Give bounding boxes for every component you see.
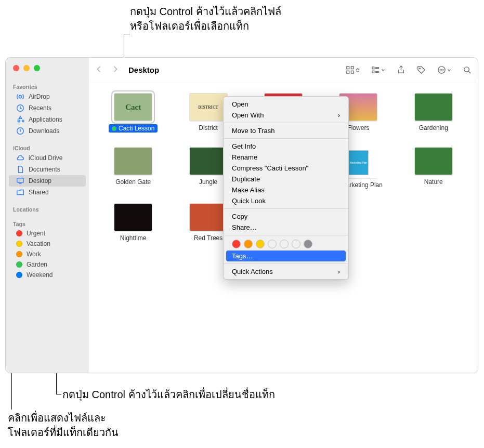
- sidebar-item-applications[interactable]: Applications: [9, 114, 86, 125]
- file-label: Jungle: [199, 178, 217, 186]
- icloud-header: iCloud: [6, 142, 89, 152]
- ctx-trash[interactable]: Move to Trash: [224, 125, 348, 136]
- chevron-right-icon: ›: [338, 268, 340, 275]
- ctx-make-alias[interactable]: Make Alias: [224, 185, 348, 195]
- locations-header: Locations: [6, 203, 89, 214]
- sidebar-item-desktop[interactable]: Desktop: [9, 175, 86, 187]
- ctx-quick-actions[interactable]: Quick Actions›: [224, 266, 348, 277]
- context-menu: Open Open With› Move to Trash Get Info R…: [223, 96, 349, 280]
- file-label: Cacti Lesson: [109, 124, 158, 133]
- file-label: Flowers: [347, 124, 369, 131]
- svg-rect-9: [372, 67, 374, 69]
- tags-header: Tags: [6, 218, 89, 228]
- apps-icon: [16, 115, 24, 124]
- svg-point-17: [440, 70, 440, 70]
- ctx-duplicate[interactable]: Duplicate: [224, 174, 348, 185]
- svg-point-15: [420, 68, 421, 69]
- svg-point-20: [464, 67, 469, 72]
- svg-rect-6: [351, 67, 354, 69]
- file-label: Gardening: [419, 124, 448, 131]
- ctx-share[interactable]: Share…: [224, 222, 348, 233]
- ctx-tags[interactable]: Tags…: [226, 251, 346, 261]
- file-nighttime[interactable]: Nighttime: [98, 203, 168, 242]
- ctx-open[interactable]: Open: [224, 99, 348, 110]
- file-thumbnail: [189, 203, 228, 231]
- close-button[interactable]: [13, 65, 19, 71]
- sidebar-tag-vacation[interactable]: Vacation: [9, 239, 86, 249]
- forward-button[interactable]: [112, 65, 119, 75]
- chevron-right-icon: ›: [338, 111, 340, 119]
- svg-rect-5: [347, 67, 349, 69]
- back-button[interactable]: [95, 65, 102, 75]
- file-label: District: [199, 124, 218, 131]
- ctx-copy[interactable]: Copy: [224, 211, 348, 222]
- tag-color-circle[interactable]: [268, 240, 277, 248]
- callout-top: กดปุ่ม Control ค้างไว้แล้วคลิกไฟล์ หรือโ…: [130, 4, 281, 33]
- tag-color-circle[interactable]: [256, 240, 265, 248]
- sidebar-tag-garden[interactable]: Garden: [9, 259, 86, 270]
- ctx-compress[interactable]: Compress "Cacti Lesson": [224, 163, 348, 174]
- sidebar-item-icloud-drive[interactable]: iCloud Drive: [9, 152, 86, 164]
- callout-bot: คลิกเพื่อแสดงไฟล์และ โฟลเดอร์ที่มีแท็กเด…: [8, 411, 119, 440]
- tag-color-circle[interactable]: [232, 240, 241, 248]
- favorites-header: Favorites: [6, 81, 89, 91]
- minimize-button[interactable]: [23, 65, 30, 71]
- file-thumbnail: [414, 147, 453, 175]
- shared-icon: [16, 188, 24, 196]
- tag-color-circle[interactable]: [244, 240, 253, 248]
- file-cacti-lesson[interactable]: CactCacti Lesson: [98, 93, 168, 133]
- svg-point-18: [441, 70, 442, 70]
- tag-color-circle[interactable]: [292, 240, 300, 248]
- sidebar: Favorites AirDropRecentsApplicationsDown…: [6, 58, 89, 373]
- file-gardening[interactable]: Gardening: [399, 93, 468, 133]
- sidebar-tag-weekend[interactable]: Weekend: [9, 270, 86, 280]
- svg-point-19: [443, 70, 443, 70]
- tag-dot-icon: [112, 126, 116, 131]
- tag-color-circle[interactable]: [304, 240, 312, 248]
- tags-button[interactable]: [417, 65, 426, 74]
- window-controls: [6, 65, 89, 71]
- file-thumbnail: [114, 203, 152, 231]
- tag-dot-icon: [16, 272, 22, 278]
- ctx-open-with[interactable]: Open With›: [224, 110, 348, 121]
- sidebar-item-airdrop[interactable]: AirDrop: [9, 91, 86, 102]
- svg-point-0: [19, 95, 21, 98]
- zoom-button[interactable]: [34, 65, 40, 71]
- tag-dot-icon: [16, 251, 22, 257]
- more-button[interactable]: [437, 65, 451, 74]
- file-label: Golden Gate: [115, 178, 151, 186]
- ctx-rename[interactable]: Rename: [224, 152, 348, 163]
- file-label: Nighttime: [120, 234, 147, 242]
- svg-rect-7: [347, 71, 349, 73]
- content-pane: Desktop CactCacti LessonDISTRICTDistrict…: [89, 58, 478, 373]
- tag-color-circle[interactable]: [280, 240, 289, 248]
- tag-dot-icon: [16, 230, 22, 236]
- file-thumbnail: [414, 93, 453, 121]
- sidebar-item-documents[interactable]: Documents: [9, 164, 86, 175]
- file-thumbnail: [114, 147, 152, 175]
- finder-window: Favorites AirDropRecentsApplicationsDown…: [5, 57, 478, 373]
- file-thumbnail: Cact: [114, 93, 152, 121]
- sidebar-tag-work[interactable]: Work: [9, 249, 86, 259]
- file-thumbnail: [189, 147, 228, 175]
- sidebar-tag-urgent[interactable]: Urgent: [9, 228, 86, 239]
- clock-icon: [16, 104, 24, 112]
- sidebar-item-downloads[interactable]: Downloads: [9, 125, 86, 137]
- svg-rect-12: [372, 71, 374, 73]
- cloud-icon: [16, 154, 24, 162]
- download-icon: [16, 127, 24, 135]
- ctx-get-info[interactable]: Get Info: [224, 141, 348, 152]
- group-button[interactable]: [371, 65, 385, 74]
- file-thumbnail: DISTRICT: [189, 93, 228, 121]
- sidebar-item-shared[interactable]: Shared: [9, 187, 86, 198]
- tag-dot-icon: [16, 241, 22, 247]
- toolbar: Desktop: [89, 58, 478, 83]
- view-grid-button[interactable]: [346, 65, 360, 74]
- sidebar-item-recents[interactable]: Recents: [9, 102, 86, 114]
- search-button[interactable]: [463, 65, 472, 74]
- file-golden-gate[interactable]: Golden Gate: [98, 147, 168, 189]
- file-nature[interactable]: Nature: [399, 147, 468, 189]
- ctx-quick-look[interactable]: Quick Look: [224, 195, 348, 206]
- share-button[interactable]: [397, 65, 405, 74]
- desktop-icon: [16, 177, 24, 185]
